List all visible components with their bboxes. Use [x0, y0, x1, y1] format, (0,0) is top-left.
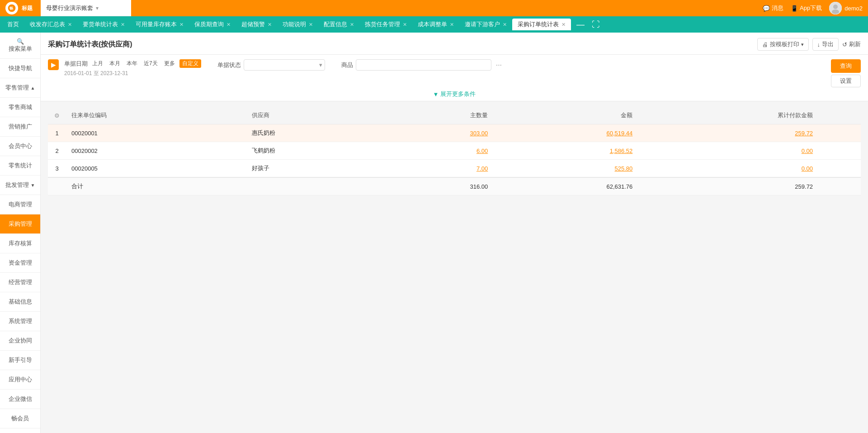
- date-shortcut-this-year[interactable]: 本年: [125, 59, 139, 68]
- date-shortcut-more[interactable]: 更多: [162, 59, 177, 68]
- sidebar-item-operations-mgmt[interactable]: 经营管理: [0, 273, 40, 292]
- tab-function-desc-close[interactable]: ✕: [309, 22, 313, 28]
- page-actions: 🖨 按模板打印 ▾ ↓ 导出 ↺ 刷新: [757, 38, 861, 51]
- tab-available-stock-label: 可用量库存账本: [136, 20, 177, 29]
- sidebar-item-enterprise-collab[interactable]: 企业协同: [0, 331, 40, 351]
- top-bar-left: 畅 标题: [5, 2, 33, 14]
- link-main-qty-3[interactable]: 7.00: [476, 165, 488, 172]
- filter-area: ▶ 单据日期 上月 本月 本年 近7天 更多 自定义 2016-01-01 至 …: [41, 55, 868, 101]
- app-download-label: App下载: [800, 4, 822, 12]
- messages-btn[interactable]: 💬 消息: [763, 4, 783, 12]
- sidebar-item-finance-mgmt[interactable]: 资金管理: [0, 253, 40, 273]
- workspace-selector[interactable]: 母婴行业演示账套 ▾: [41, 0, 131, 16]
- tab-overstock-warning-close[interactable]: ✕: [268, 22, 272, 28]
- tab-receive-summary-label: 收发存汇总表: [30, 20, 65, 29]
- sidebar-item-free-member[interactable]: 畅会员: [0, 409, 40, 428]
- tab-home-label: 首页: [7, 20, 19, 29]
- tab-warranty-query[interactable]: 保质期查询 ✕: [189, 19, 236, 30]
- svg-point-3: [833, 5, 838, 9]
- link-paid-3[interactable]: 0.00: [802, 165, 813, 172]
- sidebar-item-new-guide[interactable]: 新手引导: [0, 351, 40, 370]
- sidebar-item-search[interactable]: 🔍 搜索菜单: [0, 33, 40, 59]
- tab-available-stock[interactable]: 可用量库存账本 ✕: [130, 19, 189, 30]
- goods-more-btn[interactable]: ···: [494, 61, 504, 69]
- status-select-wrapper[interactable]: [244, 59, 325, 71]
- page-header: 采购订单统计表(按供应商) 🖨 按模板打印 ▾ ↓ 导出 ↺ 刷新: [41, 33, 868, 55]
- tab-receive-summary[interactable]: 收发存汇总表 ✕: [24, 19, 77, 30]
- link-paid-2[interactable]: 0.00: [802, 148, 813, 154]
- tab-purchase-order-summary-close[interactable]: ✕: [561, 22, 566, 28]
- sidebar-item-marketing[interactable]: 营销推广: [0, 117, 40, 137]
- link-main-qty-1[interactable]: 303.00: [470, 130, 488, 137]
- sidebar-item-system-mgmt[interactable]: 系统管理: [0, 312, 40, 331]
- tab-home[interactable]: 首页: [2, 19, 24, 30]
- query-btn[interactable]: 查询: [831, 59, 861, 73]
- tab-available-stock-close[interactable]: ✕: [179, 22, 184, 28]
- table-row: 2 00020002 飞鹤奶粉 6.00 1,586.52 0.00: [48, 142, 861, 160]
- main-layout: 🔍 搜索菜单 快捷导航 零售管理 ▲ 零售商城 营销推广 会员中心 零售统计 批…: [0, 33, 868, 433]
- tab-invite-downstream-close[interactable]: ✕: [503, 22, 507, 28]
- col-supplier-name: 供应商: [246, 107, 381, 124]
- sidebar-item-wholesale-mgmt[interactable]: 批发管理 ▼: [0, 176, 40, 195]
- sidebar-item-retail-mgmt[interactable]: 零售管理 ▲: [0, 78, 40, 98]
- user-menu[interactable]: demo2: [829, 2, 863, 14]
- sidebar-item-member-center[interactable]: 会员中心: [0, 137, 40, 156]
- link-paid-1[interactable]: 259.72: [795, 130, 813, 137]
- window-maximize-btn[interactable]: ⛶: [588, 20, 604, 29]
- sidebar-item-app-center[interactable]: 应用中心: [0, 370, 40, 390]
- date-shortcut-this-month[interactable]: 本月: [108, 59, 122, 68]
- date-shortcut-7days[interactable]: 近7天: [142, 59, 160, 68]
- tab-config-info[interactable]: 配置信息 ✕: [318, 19, 359, 30]
- app-download-btn[interactable]: 📱 App下载: [791, 4, 822, 12]
- sidebar-item-inventory-check[interactable]: 库存核算: [0, 234, 40, 253]
- link-amount-1[interactable]: 60,519.44: [606, 130, 632, 137]
- settings-btn[interactable]: 设置: [831, 75, 861, 87]
- col-settings-icon[interactable]: ⚙: [53, 112, 61, 119]
- sidebar-item-quick-nav[interactable]: 快捷导航: [0, 59, 40, 78]
- date-filter-group: 单据日期 上月 本月 本年 近7天 更多 自定义 2016-01-01 至 20…: [64, 59, 201, 77]
- tab-cost-adjust[interactable]: 成本调整单 ✕: [412, 19, 459, 30]
- printer-icon: 🖨: [762, 41, 768, 48]
- tab-purchase-summary[interactable]: 要货单统计表 ✕: [77, 19, 130, 30]
- template-print-btn[interactable]: 🖨 按模板打印 ▾: [757, 38, 809, 51]
- tab-warranty-query-close[interactable]: ✕: [226, 22, 231, 28]
- sidebar-item-purchase-mgmt[interactable]: 采购管理: [0, 214, 40, 234]
- svg-text:畅: 畅: [9, 6, 13, 10]
- cell-extra-1: [818, 124, 861, 142]
- sidebar-item-enterprise-wechat[interactable]: 企业微信: [0, 390, 40, 409]
- col-settings: ⚙: [48, 107, 66, 124]
- query-settings-group: 查询 设置: [831, 59, 861, 87]
- sidebar-item-ecommerce-mgmt[interactable]: 电商管理: [0, 195, 40, 214]
- filter-collapse-btn[interactable]: ▶: [48, 59, 59, 70]
- date-label: 单据日期: [64, 60, 88, 68]
- tab-pickup-task-close[interactable]: ✕: [403, 22, 407, 28]
- sidebar-item-basic-info[interactable]: 基础信息: [0, 292, 40, 312]
- tab-invite-downstream[interactable]: 邀请下游客户 ✕: [459, 19, 512, 30]
- tab-function-desc[interactable]: 功能说明 ✕: [277, 19, 318, 30]
- link-amount-3[interactable]: 525.80: [615, 165, 633, 172]
- tab-pickup-task[interactable]: 拣货任务管理 ✕: [359, 19, 412, 30]
- tab-cost-adjust-close[interactable]: ✕: [450, 22, 454, 28]
- export-btn[interactable]: ↓ 导出: [812, 38, 839, 51]
- status-select[interactable]: [244, 59, 325, 71]
- user-avatar: [829, 2, 842, 14]
- link-amount-2[interactable]: 1,586.52: [610, 148, 633, 154]
- tab-purchase-summary-close[interactable]: ✕: [121, 22, 125, 28]
- expand-icon: ▼: [433, 91, 439, 98]
- date-shortcut-custom[interactable]: 自定义: [179, 59, 201, 68]
- link-main-qty-2[interactable]: 6.00: [476, 148, 488, 154]
- sidebar: 🔍 搜索菜单 快捷导航 零售管理 ▲ 零售商城 营销推广 会员中心 零售统计 批…: [0, 33, 41, 433]
- tab-purchase-order-summary[interactable]: 采购订单统计表 ✕: [512, 19, 571, 30]
- tab-config-info-close[interactable]: ✕: [350, 22, 354, 28]
- tab-receive-summary-close[interactable]: ✕: [68, 22, 72, 28]
- goods-input[interactable]: [356, 59, 491, 71]
- date-shortcut-last-month[interactable]: 上月: [90, 59, 105, 68]
- sidebar-item-retail-store[interactable]: 零售商城: [0, 98, 40, 117]
- expand-more-btn[interactable]: ▼ 展开更多条件: [433, 90, 476, 98]
- tab-overstock-warning[interactable]: 超储预警 ✕: [236, 19, 277, 30]
- window-minimize-btn[interactable]: —: [573, 20, 588, 29]
- refresh-btn[interactable]: ↺ 刷新: [842, 40, 861, 48]
- chevron-down-icon: ▲: [31, 86, 35, 90]
- sidebar-item-retail-stats[interactable]: 零售统计: [0, 156, 40, 176]
- footer-empty: [48, 177, 66, 195]
